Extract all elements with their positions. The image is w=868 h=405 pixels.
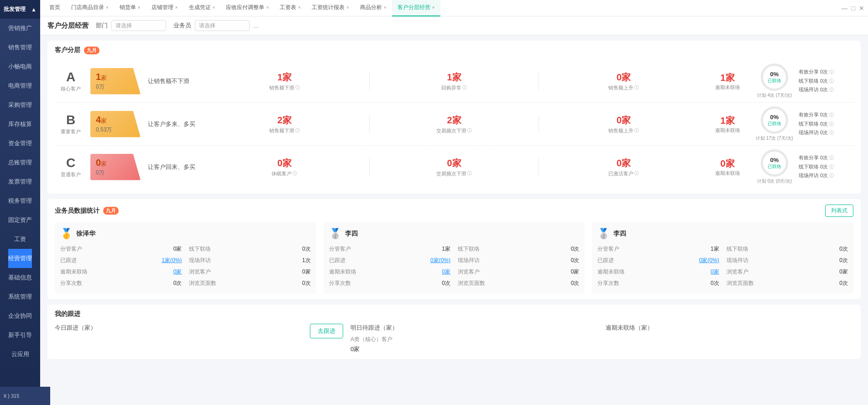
stat-box-3-2: 0家 已激活客户 ⓘ	[543, 155, 705, 179]
tab-close-6[interactable]: ×	[298, 5, 301, 10]
staff-select[interactable]: 请选择	[195, 20, 250, 31]
tab-7[interactable]: 工资统计报表×	[306, 0, 355, 16]
sidebar-item-10[interactable]: 固定资产	[8, 210, 32, 230]
staff-stat-0-1: 线下联络 0次	[189, 244, 310, 254]
staff-stat-0-3: 现场拜访 1次	[189, 256, 310, 265]
tab-1[interactable]: 门店商品目录×	[66, 0, 114, 16]
today-follow-col: 今日跟进（家）	[55, 324, 303, 336]
staff-name-0: 徐泽华	[76, 230, 95, 238]
my-follow-section: 我的跟进 今日跟进（家） 去跟进 明日待跟进（家） A类（核心）客户 0家 逾期…	[47, 305, 861, 359]
tab-2[interactable]: 销货单×	[114, 0, 146, 16]
staff-stat-1-2: 已跟进 0家(0%)	[329, 256, 450, 265]
tab-close-4[interactable]: ×	[213, 5, 215, 10]
sidebar-item-8[interactable]: 发票管理	[8, 172, 32, 191]
my-follow-grid: 今日跟进（家） 去跟进 明日待跟进（家） A类（核心）客户 0家 逾期未联络（家…	[55, 324, 853, 353]
window-close-icon[interactable]: ✕	[859, 5, 864, 12]
staff-card-0: 🥇 徐泽华 分管客户 0家 线下联络 0次 已跟进 1家(0%) 现场拜访 1次…	[55, 222, 316, 294]
tab-9[interactable]: 客户分层经营×	[392, 0, 440, 16]
dept-select[interactable]: 请选择	[111, 20, 166, 31]
staff-stat-0-6: 分享次数 0次	[60, 279, 182, 288]
tier-count-box-0: 1家 0万	[90, 68, 141, 95]
stat-box-2-0: 1家 回购异常 ⓘ	[373, 69, 535, 93]
staff-filter: 业务员 请选择 ...	[173, 20, 259, 31]
sidebar-item-11[interactable]: 工资	[8, 230, 32, 249]
tier-right-stats-1: 有效分享 0次 ⓘ 线下联络 0次 ⓘ 现场拜访 0次 ⓘ	[799, 110, 853, 137]
sidebar-item-16[interactable]: 新手引导	[8, 326, 32, 345]
sidebar-item-7[interactable]: 总账管理	[8, 153, 32, 172]
tier-circle-2: 0% 已联络 计划 0次 (0天/次)	[754, 149, 795, 184]
sidebar-item-6[interactable]: 资金管理	[8, 134, 32, 153]
sidebar-item-0[interactable]: 营销推广	[8, 19, 32, 38]
bottom-status-text: It } 315	[4, 393, 19, 399]
today-follow-label: 今日跟进（家）	[55, 324, 303, 332]
staff-avatar-0: 🥇	[60, 228, 73, 240]
tab-close-9[interactable]: ×	[432, 5, 435, 10]
tab-close-1[interactable]: ×	[106, 5, 109, 10]
tab-close-5[interactable]: ×	[266, 5, 269, 10]
list-view-button[interactable]: 列表式	[825, 205, 853, 217]
customer-tier-title: 客户分层 九月	[55, 46, 853, 54]
staff-name-2: 李四	[613, 230, 626, 238]
tab-close-7[interactable]: ×	[346, 5, 349, 10]
sidebar-expand-icon[interactable]: ▲	[31, 6, 37, 13]
staff-stat-0-7: 浏览页面数 0次	[189, 279, 310, 288]
sidebar-item-2[interactable]: 小畅电商	[8, 57, 32, 76]
tab-close-3[interactable]: ×	[175, 5, 178, 10]
sidebar-item-4[interactable]: 采购管理	[8, 95, 32, 115]
tier-row-c: C 普通客户 0家 0万 让客户回来、多买 0家 休眠客户 ⓘ 0家 交易频次下…	[55, 146, 853, 188]
tier-suggestion-0: 让销售额不下滑	[144, 77, 204, 85]
main-area: 首页门店商品目录×销货单×店铺管理×生成凭证×应收应付调整单×工资表×工资统计报…	[40, 0, 868, 405]
stat-box-2-2: 0家 交易频次下滑 ⓘ	[373, 155, 535, 179]
tier-count-box-1: 4家 0.53万	[90, 111, 141, 137]
sidebar-item-14[interactable]: 系统管理	[8, 287, 32, 306]
sidebar-item-15[interactable]: 企业协同	[8, 306, 32, 326]
sidebar-item-3[interactable]: 电商管理	[8, 76, 32, 95]
customer-tier-section: 客户分层 九月 A 核心客户 1家 0万 让销售额不下滑 1家 销售额下滑 ⓘ …	[47, 41, 861, 194]
staff-card-2: 🥈 李四 分管客户 1家 线下联络 0次 已跟进 0家(0%) 现场拜访 0次 …	[592, 222, 853, 294]
sidebar-item-9[interactable]: 税务管理	[8, 191, 32, 210]
staff-stats-grid-1: 分管客户 1家 线下联络 0次 已跟进 0家(0%) 现场拜访 0次 逾期未联络…	[329, 244, 580, 288]
tab-0[interactable]: 首页	[44, 0, 66, 16]
staff-card-1: 🥈 李四 分管客户 1家 线下联络 0次 已跟进 0家(0%) 现场拜访 0次 …	[324, 222, 585, 294]
staff-stat-1-0: 分管客户 1家	[329, 244, 450, 254]
staff-stats-grid-0: 分管客户 0家 线下联络 0次 已跟进 1家(0%) 现场拜访 1次 逾期未联络…	[60, 244, 311, 288]
bottom-status-bar: It } 315	[0, 387, 50, 405]
sidebar-item-1[interactable]: 销售管理	[8, 38, 32, 57]
tab-5[interactable]: 应收应付调整单×	[220, 0, 274, 16]
sidebar-item-17[interactable]: 云应用	[8, 345, 32, 364]
biz-month-badge: 九月	[103, 207, 119, 215]
tomorrow-follow-label: 明日待跟进（家）	[350, 324, 598, 332]
tier-circle-0: 0% 已联络 计划 4次 (7天/次)	[754, 63, 795, 99]
sidebar-item-13[interactable]: 基础信息	[8, 268, 32, 287]
tab-6[interactable]: 工资表×	[274, 0, 306, 16]
tab-close-8[interactable]: ×	[384, 5, 387, 10]
dept-filter: 部门 请选择	[96, 20, 166, 31]
sidebar: 批发管理 ▲ 营销推广销售管理小畅电商电商管理采购管理库存核算资金管理总账管理发…	[0, 0, 40, 405]
staff-stat-0-2: 已跟进 1家(0%)	[60, 256, 182, 265]
staff-stat-2-1: 线下联络 0次	[727, 244, 848, 254]
stat-box-1-0: 1家 销售额下滑 ⓘ	[204, 69, 366, 93]
sidebar-item-5[interactable]: 库存核算	[8, 115, 32, 134]
sidebar-header[interactable]: 批发管理 ▲	[0, 0, 40, 19]
stat-box-2-1: 2家 交易频次下滑 ⓘ	[373, 112, 535, 136]
a-level-label: A类（核心）客户	[350, 336, 598, 343]
window-minimize-icon[interactable]: —	[842, 5, 848, 12]
sidebar-item-12[interactable]: 经营管理	[8, 249, 32, 268]
tab-3[interactable]: 店铺管理×	[146, 0, 183, 16]
staff-stat-2-7: 浏览页面数 0次	[727, 279, 848, 288]
biz-stats-section: 业务员数据统计 九月 列表式 🥇 徐泽华 分管客户 0家 线下联络 0次 已跟进…	[47, 199, 861, 299]
page-header: 客户分层经营 部门 请选择 业务员 请选择 ...	[40, 16, 868, 35]
tier-row-b: B 重要客户 4家 0.53万 让客户多来、多买 2家 销售额下滑 ⓘ 2家 交…	[55, 103, 853, 146]
go-follow-button[interactable]: 去跟进	[310, 324, 343, 338]
staff-header-0: 🥇 徐泽华	[60, 228, 311, 240]
staff-header-2: 🥈 李四	[597, 228, 848, 240]
window-restore-icon[interactable]: □	[852, 5, 855, 12]
a-level-value: 0家	[350, 345, 598, 353]
sidebar-title: 批发管理	[4, 5, 26, 13]
stat-box-3-0: 0家 销售额上升 ⓘ	[543, 69, 705, 93]
tab-8[interactable]: 商品分析×	[355, 0, 392, 16]
tab-4[interactable]: 生成凭证×	[183, 0, 221, 16]
staff-stat-1-7: 浏览页面数 0次	[458, 279, 579, 288]
more-icon[interactable]: ...	[253, 22, 259, 29]
tab-close-2[interactable]: ×	[138, 5, 141, 10]
